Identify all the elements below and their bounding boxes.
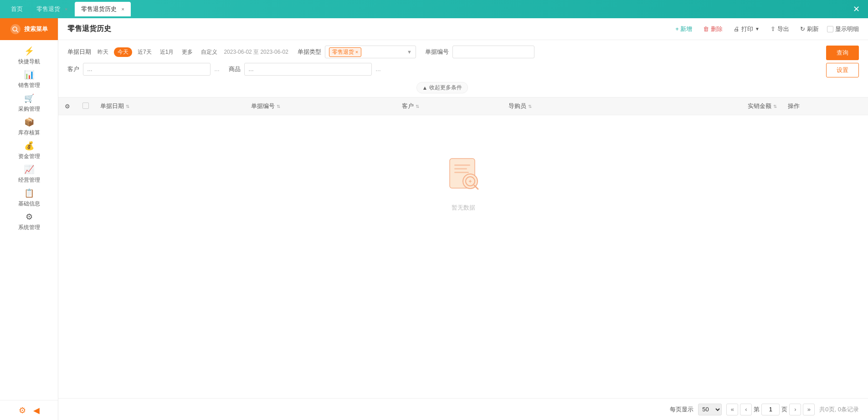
- date-option-yesterday[interactable]: 昨天: [95, 47, 111, 57]
- empty-state: 暂无数据: [58, 115, 868, 239]
- page-number-input[interactable]: [761, 404, 780, 415]
- sidebar-item-label: 采购管理: [18, 105, 40, 113]
- window-close-button[interactable]: ✕: [849, 4, 863, 14]
- table-header-date[interactable]: 单据日期 ⇅: [95, 97, 246, 115]
- goods-ellipsis[interactable]: …: [375, 66, 381, 72]
- date-option-today[interactable]: 今天: [114, 47, 132, 57]
- filter-row-2: 客户 … 商品 …: [67, 63, 817, 76]
- date-option-custom[interactable]: 自定义: [198, 47, 220, 57]
- filter-action-btns: 查询 设置: [826, 46, 859, 77]
- print-chevron-icon: ▼: [755, 26, 760, 31]
- show-detail-checkbox[interactable]: [827, 26, 833, 32]
- type-filter-label: 单据类型: [298, 48, 321, 56]
- print-button[interactable]: 🖨 打印 ▼: [731, 23, 762, 35]
- page-header: 零售退货历史 + 新增 🗑 删除 🖨 打印 ▼ ⇧ 导出 ↻ 刷新: [58, 18, 868, 40]
- sidebar-bottom: ⚙ ◀: [0, 400, 58, 420]
- search-icon: [10, 24, 21, 34]
- main-layout: 搜索菜单 ⚡ 快捷导航 📊 销售管理 🛒 采购管理 📦 库存核算 💰 资金管理: [0, 18, 868, 420]
- page-label-prefix: 第: [754, 405, 760, 414]
- table-header-amount[interactable]: 实销金额 ⇅: [632, 97, 782, 115]
- date-options: 昨天 今天 近7天 近1月 更多 自定义: [95, 47, 220, 57]
- first-page-button[interactable]: «: [726, 404, 738, 415]
- empty-text: 暂无数据: [452, 204, 475, 212]
- customer-filter-label: 客户: [67, 65, 79, 73]
- sidebar-item-label: 库存核算: [18, 129, 40, 137]
- show-detail-label: 显示明细: [835, 25, 859, 33]
- sidebar-nav-list: ⚡ 快捷导航 📊 销售管理 🛒 采购管理 📦 库存核算 💰 资金管理 📈: [0, 40, 58, 400]
- collapse-button[interactable]: ▲ 收起更多条件: [416, 82, 468, 93]
- type-tag-close[interactable]: ×: [355, 49, 358, 55]
- refresh-button[interactable]: ↻ 刷新: [797, 23, 822, 35]
- table-header-customer[interactable]: 客户 ⇅: [396, 97, 503, 115]
- quick-nav-icon: ⚡: [24, 46, 34, 56]
- svg-rect-4: [454, 168, 467, 169]
- table-header-guide[interactable]: 导购员 ⇅: [503, 97, 632, 115]
- type-tag-label: 零售退货: [332, 48, 354, 56]
- sidebar-item-finance[interactable]: 💰 资金管理: [0, 138, 58, 162]
- date-option-7days[interactable]: 近7天: [135, 47, 154, 57]
- sidebar-settings-button[interactable]: ⚙: [19, 405, 26, 415]
- sidebar-search[interactable]: 搜索菜单: [0, 18, 58, 40]
- table-header-check[interactable]: [77, 97, 95, 115]
- top-bar: 首页 零售退货 × 零售退货历史 × ✕: [0, 0, 868, 18]
- delete-button[interactable]: 🗑 删除: [700, 23, 725, 35]
- number-filter-group: 单据编号: [425, 46, 534, 58]
- sidebar-item-inventory[interactable]: 📦 库存核算: [0, 115, 58, 138]
- set-button[interactable]: 设置: [826, 63, 859, 77]
- query-button[interactable]: 查询: [826, 46, 859, 60]
- tab-retail-return-history-label: 零售退货历史: [81, 5, 117, 13]
- col-date-label: 单据日期: [100, 102, 124, 110]
- sidebar-item-label: 销售管理: [18, 82, 40, 89]
- svg-rect-5: [454, 172, 469, 173]
- tab-home[interactable]: 首页: [5, 2, 29, 16]
- svg-line-1: [16, 31, 18, 32]
- select-all-checkbox[interactable]: [82, 102, 89, 109]
- tab-retail-return-close[interactable]: ×: [65, 6, 67, 12]
- number-filter-input[interactable]: [452, 46, 534, 58]
- tab-retail-return-label: 零售退货: [36, 5, 60, 13]
- sidebar-item-quick-nav[interactable]: ⚡ 快捷导航: [0, 44, 58, 67]
- sidebar-item-sales[interactable]: 📊 销售管理: [0, 67, 58, 91]
- goods-filter-input[interactable]: [244, 63, 372, 76]
- new-button[interactable]: + 新增: [673, 23, 695, 35]
- col-action-label: 操作: [788, 102, 800, 109]
- table-header-row: ⚙ 单据日期 ⇅ 单据编号: [58, 97, 868, 115]
- tab-retail-return[interactable]: 零售退货 ×: [30, 2, 74, 16]
- sidebar-item-label: 资金管理: [18, 153, 40, 160]
- type-filter-select[interactable]: 零售退货 × ▼: [325, 46, 416, 58]
- export-label: 导出: [777, 25, 789, 33]
- next-page-button[interactable]: ›: [789, 404, 801, 415]
- customer-ellipsis[interactable]: …: [214, 66, 220, 72]
- page-size-select[interactable]: 50 100 200: [698, 404, 722, 415]
- inventory-icon: 📦: [24, 117, 34, 127]
- table-header-gear[interactable]: ⚙: [58, 97, 77, 115]
- tab-retail-return-history-close[interactable]: ×: [121, 6, 124, 12]
- filter-collapse-row: ▲ 收起更多条件: [67, 80, 817, 93]
- page-total: 共0页, 0条记录: [819, 405, 859, 414]
- export-button[interactable]: ⇧ 导出: [768, 23, 792, 35]
- date-option-more[interactable]: 更多: [179, 47, 195, 57]
- refresh-label: 刷新: [807, 25, 819, 33]
- date-range-display: 2023-06-02 至 2023-06-02: [224, 48, 288, 56]
- sidebar-item-system[interactable]: ⚙ 系统管理: [0, 210, 58, 233]
- prev-page-button[interactable]: ‹: [740, 404, 752, 415]
- pagination-bar: 每页显示 50 100 200 « ‹ 第 页 › » 共0页, 0条记录: [58, 398, 868, 420]
- tab-retail-return-history[interactable]: 零售退货历史 ×: [75, 2, 130, 16]
- table-body: 暂无数据: [58, 115, 868, 240]
- col-guide-sort-icon: ⇅: [528, 104, 532, 109]
- print-label: 打印: [741, 25, 753, 33]
- col-amount-label: 实销金额: [748, 102, 771, 110]
- table-header-number[interactable]: 单据编号 ⇅: [246, 97, 396, 115]
- sidebar-item-basic-info[interactable]: 📋 基础信息: [0, 186, 58, 210]
- customer-filter-group: 客户 …: [67, 63, 220, 76]
- col-customer-label: 客户: [402, 102, 414, 110]
- date-option-1month[interactable]: 近1月: [157, 47, 177, 57]
- sidebar-collapse-button[interactable]: ◀: [33, 405, 40, 415]
- print-icon: 🖨: [734, 26, 740, 32]
- sidebar-item-operations[interactable]: 📈 经营管理: [0, 162, 58, 186]
- sidebar-item-purchase[interactable]: 🛒 采购管理: [0, 91, 58, 115]
- goods-filter-label: 商品: [229, 65, 241, 73]
- customer-filter-input[interactable]: [83, 63, 211, 76]
- last-page-button[interactable]: »: [803, 404, 815, 415]
- type-filter-group: 单据类型 零售退货 × ▼: [298, 46, 416, 58]
